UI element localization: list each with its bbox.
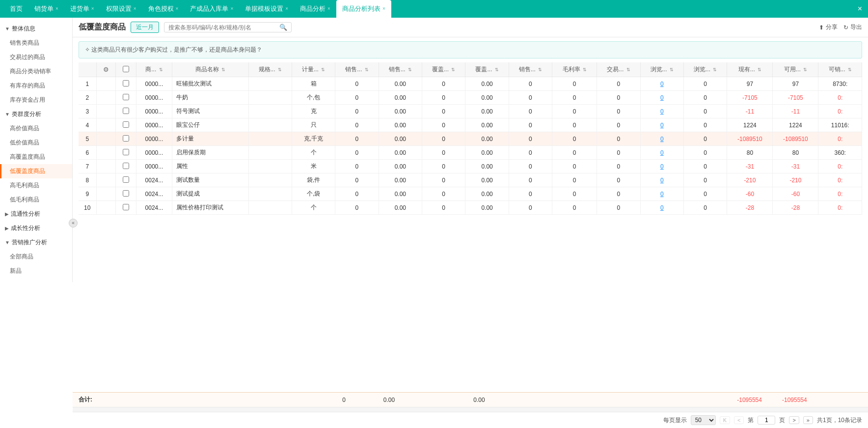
nav-close-purchase-order[interactable]: × bbox=[91, 0, 94, 18]
chevron-down-icon3: ▼ bbox=[5, 240, 10, 245]
page-number-input[interactable] bbox=[758, 416, 775, 425]
th-trade[interactable]: 交易... ⇅ bbox=[597, 62, 640, 77]
sidebar-item-traded-products[interactable]: 交易过的商品 bbox=[0, 50, 72, 64]
nav-product-analysis-list[interactable]: 商品分析列表 × bbox=[336, 0, 391, 18]
next-page-button[interactable]: > bbox=[789, 416, 799, 424]
td-checkbox[interactable] bbox=[116, 91, 136, 105]
th-gross-rate[interactable]: 毛利率 ⇅ bbox=[552, 62, 597, 77]
nav-home[interactable]: 首页 bbox=[4, 0, 28, 18]
page-size-select[interactable]: 50 20 100 200 bbox=[691, 415, 716, 425]
sidebar-item-low-value[interactable]: 低价值商品 bbox=[0, 136, 72, 150]
nav-close-permission[interactable]: × bbox=[134, 0, 136, 18]
td-browse1[interactable]: 0 bbox=[640, 201, 683, 215]
td-name: 测试提成 bbox=[172, 187, 248, 201]
last-page-button[interactable]: » bbox=[803, 416, 813, 424]
th-checkbox[interactable] bbox=[116, 62, 136, 77]
td-browse1[interactable]: 0 bbox=[640, 118, 683, 132]
td-checkbox[interactable] bbox=[116, 132, 136, 146]
sidebar-item-low-margin[interactable]: 低毛利商品 bbox=[0, 193, 72, 207]
th-coverage2[interactable]: 覆盖... ⇅ bbox=[465, 62, 509, 77]
nav-close-inventory[interactable]: × bbox=[230, 0, 233, 18]
sidebar-item-high-value[interactable]: 高价值商品 bbox=[0, 121, 72, 136]
th-sales-amount[interactable]: 销售... ⇅ bbox=[379, 62, 422, 77]
td-browse1[interactable]: 0 bbox=[640, 105, 683, 118]
td-available: -7105 bbox=[773, 91, 818, 105]
th-code[interactable]: 商... ⇅ bbox=[136, 62, 172, 77]
nav-template[interactable]: 单据模板设置 × bbox=[239, 0, 294, 18]
prev-page-button[interactable]: < bbox=[734, 416, 744, 424]
td-checkbox[interactable] bbox=[116, 173, 136, 187]
nav-permission[interactable]: 权限设置 × bbox=[100, 0, 142, 18]
td-unit: 个,包 bbox=[292, 91, 335, 105]
sidebar-section-growth[interactable]: ▶ 成长性分析 bbox=[0, 221, 72, 235]
nav-inventory[interactable]: 产成品入库单 × bbox=[184, 0, 239, 18]
td-current: 1224 bbox=[727, 118, 773, 132]
th-browse1[interactable]: 浏览... ⇅ bbox=[640, 62, 683, 77]
th-sales-count[interactable]: 销售... ⇅ bbox=[335, 62, 379, 77]
search-icon[interactable]: 🔍 bbox=[279, 24, 287, 31]
th-settings[interactable]: ⚙ bbox=[96, 62, 116, 77]
sidebar-collapse-button[interactable]: « bbox=[69, 219, 78, 228]
td-browse1[interactable]: 0 bbox=[640, 77, 683, 91]
td-name: 属性价格打印测试 bbox=[172, 201, 248, 215]
sidebar-item-category-rate[interactable]: 商品分类动销率 bbox=[0, 64, 72, 79]
th-saleable[interactable]: 可销... ⇅ bbox=[818, 62, 862, 77]
td-browse1[interactable]: 0 bbox=[640, 132, 683, 146]
nav-close-product-analysis[interactable]: × bbox=[327, 0, 330, 18]
th-unit[interactable]: 计量... ⇅ bbox=[292, 62, 335, 77]
sidebar-section-marketing[interactable]: ▼ 营销推广分析 bbox=[0, 235, 72, 250]
nav-sales-order[interactable]: 销货单 × bbox=[28, 0, 64, 18]
td-browse1[interactable]: 0 bbox=[640, 173, 683, 187]
th-spec[interactable]: 规格... ⇅ bbox=[248, 62, 292, 77]
td-sales-count: 0 bbox=[335, 173, 379, 187]
td-checkbox[interactable] bbox=[116, 187, 136, 201]
td-browse2: 0 bbox=[684, 77, 727, 91]
filter-recent-month[interactable]: 近一月 bbox=[131, 22, 159, 33]
sidebar-item-capital-usage[interactable]: 库存资金占用 bbox=[0, 93, 72, 107]
export-button[interactable]: ↻ 导出 bbox=[843, 23, 862, 31]
sidebar-item-high-margin[interactable]: 高毛利商品 bbox=[0, 178, 72, 193]
select-all-checkbox[interactable] bbox=[123, 66, 129, 72]
nav-role[interactable]: 角色授权 × bbox=[142, 0, 185, 18]
sidebar-item-low-coverage[interactable]: 低覆盖度商品 bbox=[0, 164, 72, 178]
sidebar-section-liquidity[interactable]: ▶ 流通性分析 bbox=[0, 207, 72, 221]
nav-close-role[interactable]: × bbox=[176, 0, 179, 18]
td-name: 牛奶 bbox=[172, 91, 248, 105]
td-checkbox[interactable] bbox=[116, 160, 136, 173]
close-all-tabs[interactable]: × bbox=[858, 4, 862, 13]
nav-close-product-analysis-list[interactable]: × bbox=[382, 0, 385, 18]
table-row: 8 0024... 测试数量 袋,件 0 0.00 0 0.00 0 0 0 0… bbox=[79, 173, 862, 187]
nav-close-sales-order[interactable]: × bbox=[55, 0, 58, 18]
sidebar-item-stock-products[interactable]: 有库存的商品 bbox=[0, 79, 72, 93]
horizontal-scrollbar[interactable] bbox=[73, 407, 868, 412]
sidebar-section-overall[interactable]: ▼ 整体信息 bbox=[0, 22, 72, 36]
th-coverage1[interactable]: 覆盖... ⇅ bbox=[422, 62, 465, 77]
nav-product-analysis[interactable]: 商品分析 × bbox=[294, 0, 336, 18]
td-browse1[interactable]: 0 bbox=[640, 91, 683, 105]
th-name[interactable]: 商品名称 ⇅ bbox=[172, 62, 248, 77]
td-browse1[interactable]: 0 bbox=[640, 160, 683, 173]
th-sales-x[interactable]: 销售... ⇅ bbox=[509, 62, 552, 77]
th-browse2[interactable]: 浏览... ⇅ bbox=[684, 62, 727, 77]
nav-purchase-order[interactable]: 进货单 × bbox=[64, 0, 100, 18]
td-unit: 箱 bbox=[292, 77, 335, 91]
search-input[interactable] bbox=[168, 24, 277, 31]
td-checkbox[interactable] bbox=[116, 105, 136, 118]
th-available[interactable]: 可用... ⇅ bbox=[773, 62, 818, 77]
th-current[interactable]: 现有... ⇅ bbox=[727, 62, 773, 77]
sidebar-item-all-products[interactable]: 全部商品 bbox=[0, 250, 72, 264]
sidebar-item-sales-products[interactable]: 销售类商品 bbox=[0, 36, 72, 50]
td-browse1[interactable]: 0 bbox=[640, 146, 683, 160]
first-page-button[interactable]: K bbox=[720, 416, 730, 424]
td-name: 启用保质期 bbox=[172, 146, 248, 160]
td-checkbox[interactable] bbox=[116, 118, 136, 132]
sidebar-section-group-analysis[interactable]: ▼ 类群度分析 bbox=[0, 107, 72, 121]
nav-close-template[interactable]: × bbox=[285, 0, 288, 18]
td-checkbox[interactable] bbox=[116, 77, 136, 91]
sidebar-item-high-coverage[interactable]: 高覆盖度商品 bbox=[0, 150, 72, 164]
td-checkbox[interactable] bbox=[116, 201, 136, 215]
sidebar-item-new-products[interactable]: 新品 bbox=[0, 264, 72, 278]
td-browse1[interactable]: 0 bbox=[640, 187, 683, 201]
share-button[interactable]: ⬆ 分享 bbox=[819, 23, 838, 31]
td-checkbox[interactable] bbox=[116, 146, 136, 160]
